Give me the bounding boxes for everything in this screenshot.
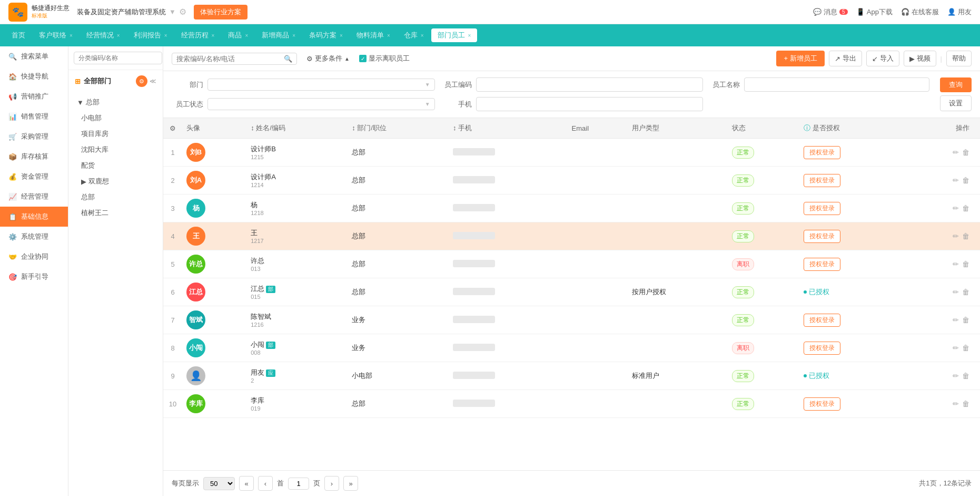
edit-btn-0[interactable]: ✏ <box>953 148 959 157</box>
col-settings[interactable]: ⚙ <box>163 118 182 139</box>
sidebar-item-purchase[interactable]: 🛒 采购管理 <box>0 127 68 147</box>
tab-profit[interactable]: 利润报告× <box>127 28 174 42</box>
tab-warehouse[interactable]: 仓库× <box>398 28 430 42</box>
auth-btn-7[interactable]: 授权登录 <box>804 342 840 355</box>
sidebar-item-finance[interactable]: 💰 资金管理 <box>0 167 68 187</box>
dept-node-7[interactable]: 植树王二 <box>68 205 163 221</box>
sidebar-item-system[interactable]: ⚙️ 系统管理 <box>0 227 68 247</box>
help-btn[interactable]: 帮助 <box>946 51 972 66</box>
delete-btn-4[interactable]: 🗑 <box>962 260 969 268</box>
sidebar-item-management[interactable]: 📈 经营管理 <box>0 187 68 207</box>
tab-new-goods[interactable]: 新增商品× <box>255 28 302 42</box>
tab-customer-close[interactable]: × <box>70 33 73 38</box>
edit-btn-3[interactable]: ✏ <box>953 232 959 240</box>
delete-btn-7[interactable]: 🗑 <box>962 344 969 352</box>
col-dept[interactable]: ↕ 部门/职位 <box>348 118 449 139</box>
sidebar-item-inventory[interactable]: 📦 库存核算 <box>0 147 68 167</box>
message-btn[interactable]: 💬 消息 5 <box>813 7 848 17</box>
tab-warehouse-close[interactable]: × <box>421 33 424 38</box>
delete-btn-8[interactable]: 🗑 <box>962 372 969 380</box>
dept-node-4[interactable]: 配货 <box>68 158 163 173</box>
dept-node-1[interactable]: 小电部 <box>68 110 163 126</box>
sidebar-item-search[interactable]: 🔍 搜索菜单 <box>0 46 68 66</box>
emp-code-input[interactable] <box>476 77 704 92</box>
dept-node-3[interactable]: 沈阳大库 <box>68 142 163 158</box>
more-filter-btn[interactable]: ⚙ 更多条件 ▲ <box>302 52 354 65</box>
edit-btn-7[interactable]: ✏ <box>953 344 959 352</box>
show-resigned-toggle[interactable]: ✓ 显示离职员工 <box>359 54 410 63</box>
view-btn[interactable]: ▶ 视频 <box>904 51 936 66</box>
edit-btn-9[interactable]: ✏ <box>953 400 959 408</box>
trial-btn[interactable]: 体验行业方案 <box>194 5 248 20</box>
tab-bom-close[interactable]: × <box>387 33 390 38</box>
edit-btn-5[interactable]: ✏ <box>953 288 959 296</box>
sidebar-item-collab[interactable]: 🤝 企业协同 <box>0 247 68 267</box>
dept-node-0[interactable]: ▼ 总部 <box>68 94 163 110</box>
tab-home[interactable]: 首页 <box>5 28 32 42</box>
tab-history-close[interactable]: × <box>212 33 215 38</box>
tab-goods-close[interactable]: × <box>245 33 248 38</box>
last-page-btn[interactable]: » <box>343 476 358 491</box>
tab-new-goods-close[interactable]: × <box>292 33 295 38</box>
settings-icon[interactable]: ⚙ <box>179 7 186 17</box>
search-input[interactable] <box>176 55 282 63</box>
edit-btn-8[interactable]: ✏ <box>953 372 959 380</box>
auth-btn-9[interactable]: 授权登录 <box>804 397 840 411</box>
dept-node-5[interactable]: ▶ 双鹿想 <box>68 173 163 189</box>
auth-btn-2[interactable]: 授权登录 <box>804 202 840 215</box>
tab-operation-close[interactable]: × <box>117 33 120 38</box>
sidebar-item-sales[interactable]: 📊 销售管理 <box>0 106 68 127</box>
edit-btn-4[interactable]: ✏ <box>953 260 959 268</box>
first-page-btn[interactable]: « <box>239 476 254 491</box>
prev-page-btn[interactable]: ‹ <box>258 476 273 491</box>
add-employee-btn[interactable]: + 新增员工 <box>776 51 824 66</box>
auth-btn-4[interactable]: 授权登录 <box>804 258 840 271</box>
export-btn[interactable]: ↗ 导出 <box>829 51 862 66</box>
page-input[interactable] <box>288 478 309 490</box>
auth-btn-1[interactable]: 授权登录 <box>804 174 840 187</box>
sidebar-item-nav[interactable]: 🏠 快捷导航 <box>0 66 68 86</box>
tab-history[interactable]: 经营历程× <box>175 28 221 42</box>
tab-barcode-close[interactable]: × <box>340 33 343 38</box>
tab-employee-close[interactable]: × <box>468 33 471 38</box>
dept-search-input[interactable] <box>74 52 162 64</box>
online-service-btn[interactable]: 🎧 在线客服 <box>901 7 939 17</box>
tab-barcode[interactable]: 条码方案× <box>303 28 349 42</box>
edit-btn-2[interactable]: ✏ <box>953 204 959 212</box>
tab-bom[interactable]: 物料清单× <box>350 28 397 42</box>
col-phone[interactable]: ↕ 手机 <box>449 118 567 139</box>
tab-profit-close[interactable]: × <box>164 33 167 38</box>
tab-customer[interactable]: 客户联络× <box>33 28 79 42</box>
per-page-select[interactable]: 50 100 <box>203 477 235 490</box>
col-name[interactable]: ↕ 姓名/编码 <box>246 118 348 139</box>
reset-btn[interactable]: 设置 <box>940 95 972 111</box>
delete-btn-3[interactable]: 🗑 <box>962 232 969 240</box>
tab-operation[interactable]: 经营情况× <box>80 28 126 42</box>
edit-btn-1[interactable]: ✏ <box>953 176 959 184</box>
system-title-arrow[interactable]: ▼ <box>169 8 176 16</box>
app-download-btn[interactable]: 📱 App下载 <box>856 7 893 17</box>
delete-btn-0[interactable]: 🗑 <box>962 148 969 157</box>
delete-btn-5[interactable]: 🗑 <box>962 288 969 296</box>
sidebar-item-guide[interactable]: 🎯 新手引导 <box>0 267 68 287</box>
sidebar-item-basic[interactable]: 📋 基础信息 <box>0 207 68 227</box>
delete-btn-6[interactable]: 🗑 <box>962 316 969 324</box>
delete-btn-9[interactable]: 🗑 <box>962 400 969 408</box>
next-page-btn[interactable]: › <box>324 476 339 491</box>
emp-name-input[interactable] <box>744 77 929 92</box>
tab-goods[interactable]: 商品× <box>222 28 254 42</box>
dept-setting-btn[interactable]: ⚙ <box>136 75 147 87</box>
query-btn[interactable]: 查询 <box>940 77 972 92</box>
dept-select[interactable]: ▼ <box>207 79 435 91</box>
search-icon-toolbar[interactable]: 🔍 <box>284 55 292 63</box>
dept-collapse-btn[interactable]: ≪ <box>150 77 156 85</box>
tab-employee[interactable]: 部门员工× <box>431 28 478 42</box>
dept-node-6[interactable]: 总部 <box>68 189 163 205</box>
sidebar-item-marketing[interactable]: 📢 营销推广 <box>0 86 68 106</box>
auth-btn-3[interactable]: 授权登录 <box>804 230 840 243</box>
auth-btn-0[interactable]: 授权登录 <box>804 146 840 159</box>
phone-input[interactable] <box>476 97 704 111</box>
import-btn[interactable]: ↙ 导入 <box>866 51 899 66</box>
dept-node-2[interactable]: 项目库房 <box>68 126 163 142</box>
auth-btn-6[interactable]: 授权登录 <box>804 314 840 327</box>
